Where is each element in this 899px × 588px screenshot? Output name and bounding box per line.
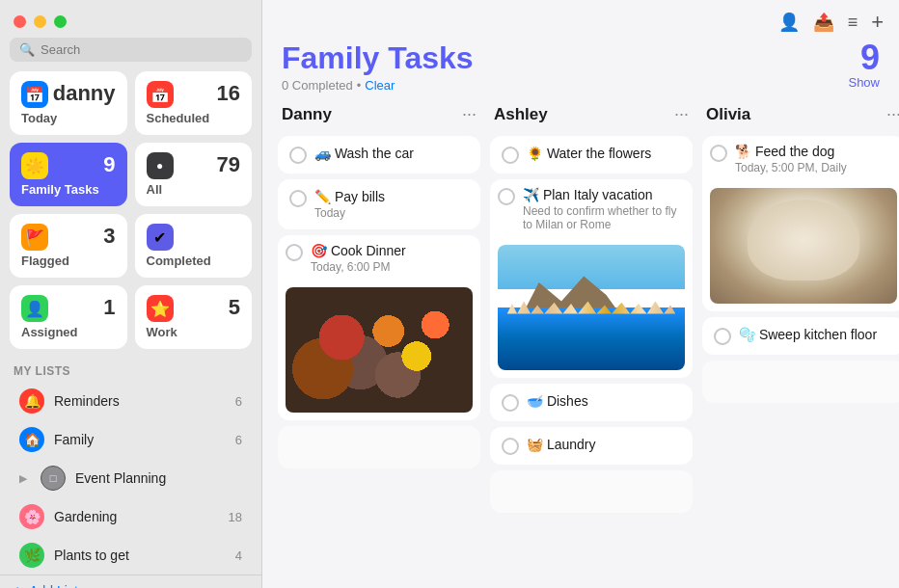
- reminders-count: 6: [235, 394, 242, 409]
- person-icon[interactable]: 👤: [778, 12, 800, 33]
- task-circle[interactable]: [710, 145, 727, 162]
- reminders-icon: 🔔: [19, 388, 44, 414]
- task-water-flowers[interactable]: 🌻 Water the flowers: [490, 136, 693, 174]
- danny-header: Danny ···: [278, 100, 480, 130]
- search-input[interactable]: [41, 42, 242, 57]
- family-tasks-label: Family Tasks: [21, 182, 116, 197]
- dot-separator: •: [357, 78, 362, 93]
- danny-empty-card[interactable]: [278, 426, 480, 468]
- sidebar: 🔍 📅 danny Today 📅 16 Scheduled ☀️ 9 Fami…: [0, 0, 262, 588]
- task-title: 🥣 Dishes: [527, 393, 681, 409]
- task-feed-dog[interactable]: 🐕 Feed the dog Today, 5:00 PM, Daily: [702, 136, 899, 311]
- task-content: 🐕 Feed the dog Today, 5:00 PM, Daily: [735, 144, 897, 174]
- task-plan-italy[interactable]: ✈️ Plan Italy vacation Need to confirm w…: [490, 179, 693, 378]
- task-wash-car[interactable]: 🚙 Wash the car: [278, 136, 480, 174]
- ashley-title: Ashley: [494, 105, 548, 124]
- clear-button[interactable]: Clear: [365, 78, 395, 93]
- work-count: 5: [229, 295, 240, 320]
- task-circle[interactable]: [502, 438, 519, 455]
- completed-icon: ✔: [147, 224, 174, 251]
- add-task-icon[interactable]: +: [871, 10, 884, 35]
- task-title: 🚙 Wash the car: [314, 146, 469, 161]
- search-icon: 🔍: [19, 42, 35, 57]
- reminders-label: Reminders: [54, 393, 226, 409]
- olivia-title: Olivia: [706, 105, 750, 124]
- all-icon: ●: [147, 152, 174, 179]
- completed-count: 0 Completed: [282, 78, 353, 93]
- olivia-more-icon[interactable]: ···: [886, 104, 899, 124]
- column-ashley: Ashley ··· 🌻 Water the flowers ✈️ Plan I…: [490, 100, 693, 578]
- sidebar-item-family-tasks[interactable]: ☀️ 9 Family Tasks: [10, 143, 127, 206]
- ashley-header: Ashley ···: [490, 100, 693, 130]
- task-cook-dinner[interactable]: 🎯 Cook Dinner Today, 6:00 PM: [278, 235, 480, 420]
- maximize-button[interactable]: [54, 15, 67, 28]
- gardening-label: Gardening: [54, 509, 219, 524]
- scheduled-icon: 📅: [147, 81, 174, 108]
- task-dishes[interactable]: 🥣 Dishes: [490, 384, 693, 421]
- smart-lists: 📅 danny Today 📅 16 Scheduled ☀️ 9 Family…: [0, 71, 261, 359]
- task-pay-bills[interactable]: ✏️ Pay bills Today: [278, 179, 480, 229]
- assigned-count: 1: [103, 295, 115, 320]
- task-count-big: 9: [848, 40, 880, 75]
- sidebar-item-plants[interactable]: 🌿 Plants to get 4: [6, 537, 256, 574]
- flagged-label: Flagged: [21, 254, 116, 268]
- minimize-button[interactable]: [34, 15, 46, 28]
- gardening-icon: 🌸: [19, 504, 44, 529]
- header-area: Family Tasks 0 Completed • Clear 9 Show: [262, 35, 899, 100]
- gardening-count: 18: [229, 510, 242, 524]
- sidebar-item-all[interactable]: ● 79 All: [135, 143, 253, 206]
- list-icon[interactable]: ≡: [848, 13, 858, 33]
- task-title: 🌻 Water the flowers: [527, 146, 681, 161]
- task-title: 🧺 Laundry: [527, 437, 681, 452]
- task-circle[interactable]: [502, 147, 519, 164]
- sidebar-item-flagged[interactable]: 🚩 3 Flagged: [10, 214, 127, 278]
- ashley-more-icon[interactable]: ···: [674, 104, 689, 124]
- add-list-button[interactable]: + Add List: [0, 575, 261, 588]
- task-sweep[interactable]: 🫧 Sweep kitchen floor: [702, 317, 899, 355]
- work-label: Work: [147, 325, 241, 339]
- plants-count: 4: [235, 548, 242, 563]
- task-circle[interactable]: [498, 188, 515, 205]
- scheduled-label: Scheduled: [147, 111, 241, 125]
- event-planning-label: Event Planning: [75, 470, 232, 486]
- add-list-label: Add List: [29, 583, 78, 588]
- task-sub: Today, 5:00 PM, Daily: [735, 161, 897, 174]
- sidebar-item-today[interactable]: 📅 danny Today: [10, 71, 127, 135]
- today-icon: 📅: [21, 81, 48, 108]
- sidebar-item-completed[interactable]: ✔ Completed: [135, 214, 253, 278]
- ashley-empty-card[interactable]: [490, 470, 693, 513]
- share-icon[interactable]: 📤: [813, 12, 834, 33]
- sidebar-item-reminders[interactable]: 🔔 Reminders 6: [6, 383, 256, 419]
- task-circle[interactable]: [714, 328, 731, 345]
- task-laundry[interactable]: 🧺 Laundry: [490, 427, 693, 465]
- flagged-count: 3: [103, 224, 115, 249]
- task-circle[interactable]: [289, 190, 307, 207]
- task-content: 🌻 Water the flowers: [527, 146, 681, 161]
- work-icon: ⭐: [147, 295, 174, 322]
- task-circle[interactable]: [286, 244, 303, 261]
- column-danny: Danny ··· 🚙 Wash the car ✏️ Pay bills To…: [278, 100, 480, 578]
- sidebar-item-scheduled[interactable]: 📅 16 Scheduled: [135, 71, 253, 135]
- sidebar-item-event-planning[interactable]: ▶ □ Event Planning: [6, 460, 256, 496]
- task-circle[interactable]: [502, 394, 519, 412]
- task-title: ✈️ Plan Italy vacation: [523, 187, 685, 202]
- sidebar-item-gardening[interactable]: 🌸 Gardening 18: [6, 498, 256, 535]
- task-circle[interactable]: [289, 147, 307, 164]
- event-planning-icon: □: [41, 466, 66, 491]
- task-content: 🎯 Cook Dinner Today, 6:00 PM: [311, 243, 473, 274]
- sidebar-item-family[interactable]: 🏠 Family 6: [6, 421, 256, 458]
- family-count: 6: [235, 433, 242, 447]
- page-title: Family Tasks: [282, 40, 474, 76]
- task-content: 🧺 Laundry: [527, 437, 681, 452]
- show-button[interactable]: Show: [848, 75, 880, 90]
- danny-more-icon[interactable]: ···: [462, 104, 477, 124]
- sidebar-item-work[interactable]: ⭐ 5 Work: [135, 285, 253, 349]
- sidebar-item-assigned[interactable]: 👤 1 Assigned: [10, 285, 127, 349]
- family-tasks-icon: ☀️: [21, 152, 48, 179]
- olivia-empty-card[interactable]: [702, 361, 899, 403]
- search-bar[interactable]: 🔍: [10, 38, 252, 62]
- close-button[interactable]: [14, 15, 26, 28]
- assigned-icon: 👤: [21, 295, 48, 322]
- family-tasks-count: 9: [103, 152, 115, 177]
- task-sub: Need to confirm whether to fly to Milan …: [523, 204, 685, 231]
